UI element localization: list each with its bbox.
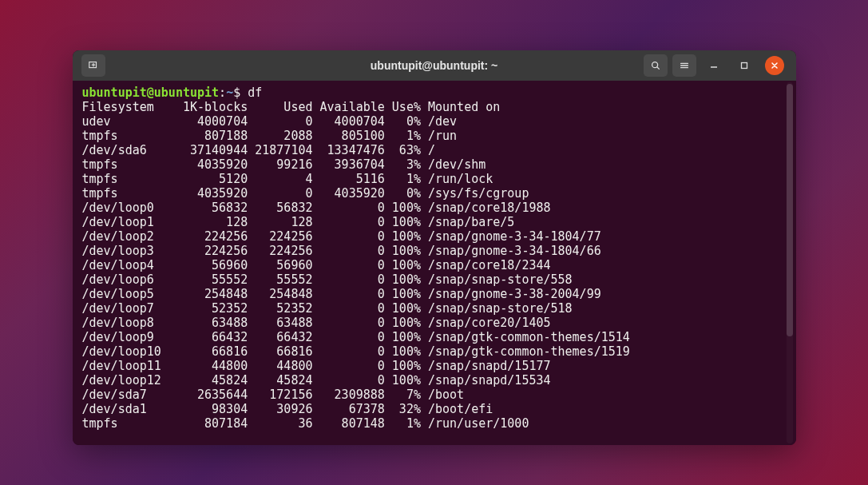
table-row: /dev/loop12 45824 45824 0 100% /snap/sna… (82, 373, 796, 388)
window-title: ubuntupit@ubuntupit: ~ (371, 59, 497, 72)
svg-rect-2 (741, 63, 747, 69)
table-row: tmpfs 807188 2088 805100 1% /run (82, 129, 796, 143)
titlebar-right (641, 54, 790, 77)
terminal-window: ubuntupit@ubuntupit: ~ ubuntupit@ubuntup… (73, 50, 796, 445)
minimize-button[interactable] (704, 56, 723, 75)
table-row: /dev/sda1 98304 30926 67378 32% /boot/ef… (82, 402, 796, 416)
table-row: /dev/loop7 52352 52352 0 100% /snap/snap… (82, 301, 796, 316)
df-header-row: Filesystem 1K-blocks Used Available Use%… (82, 100, 796, 114)
df-data-rows: udev 4000704 0 4000704 0% /devtmpfs 8071… (82, 114, 796, 431)
table-row: /dev/loop3 224256 224256 0 100% /snap/gn… (82, 244, 796, 258)
new-tab-button[interactable] (81, 54, 105, 77)
table-row: tmpfs 5120 4 5116 1% /run/lock (82, 172, 796, 186)
prompt-line: ubuntupit@ubuntupit:~$ df (82, 85, 796, 100)
table-row: tmpfs 4035920 0 4035920 0% /sys/fs/cgrou… (82, 186, 796, 201)
table-row: /dev/loop9 66432 66432 0 100% /snap/gtk-… (82, 330, 796, 344)
scrollbar-thumb[interactable] (787, 84, 793, 336)
terminal-body[interactable]: ubuntupit@ubuntupit:~$ df Filesystem 1K-… (73, 81, 796, 445)
prompt-command: df (248, 85, 262, 100)
maximize-button[interactable] (735, 56, 754, 75)
close-button[interactable] (765, 56, 784, 75)
table-row: /dev/loop10 66816 66816 0 100% /snap/gtk… (82, 344, 796, 359)
prompt-dollar: $ (233, 85, 248, 100)
table-row: /dev/loop1 128 128 0 100% /snap/bare/5 (82, 215, 796, 229)
titlebar[interactable]: ubuntupit@ubuntupit: ~ (73, 50, 796, 81)
table-row: udev 4000704 0 4000704 0% /dev (82, 114, 796, 129)
search-icon (650, 60, 661, 71)
menu-button[interactable] (672, 54, 696, 77)
table-row: /dev/sda7 2635644 172156 2309888 7% /boo… (82, 388, 796, 402)
prompt-path: ~ (226, 85, 233, 100)
table-row: tmpfs 807184 36 807148 1% /run/user/1000 (82, 416, 796, 431)
table-row: /dev/loop2 224256 224256 0 100% /snap/gn… (82, 229, 796, 244)
new-tab-icon (88, 60, 99, 71)
prompt-colon: : (219, 85, 226, 100)
close-icon (771, 62, 779, 70)
minimize-icon (710, 62, 718, 70)
prompt-user-host: ubuntupit@ubuntupit (82, 85, 220, 100)
table-row: /dev/sda6 37140944 21877104 13347476 63%… (82, 143, 796, 157)
table-row: /dev/loop5 254848 254848 0 100% /snap/gn… (82, 287, 796, 301)
table-row: /dev/loop11 44800 44800 0 100% /snap/sna… (82, 359, 796, 373)
search-button[interactable] (644, 54, 668, 77)
table-row: /dev/loop0 56832 56832 0 100% /snap/core… (82, 201, 796, 215)
scrollbar[interactable] (787, 82, 793, 443)
table-row: /dev/loop6 55552 55552 0 100% /snap/snap… (82, 272, 796, 287)
table-row: tmpfs 4035920 99216 3936704 3% /dev/shm (82, 157, 796, 172)
table-row: /dev/loop8 63488 63488 0 100% /snap/core… (82, 316, 796, 330)
hamburger-icon (679, 60, 690, 71)
table-row: /dev/loop4 56960 56960 0 100% /snap/core… (82, 258, 796, 272)
maximize-icon (740, 62, 748, 70)
